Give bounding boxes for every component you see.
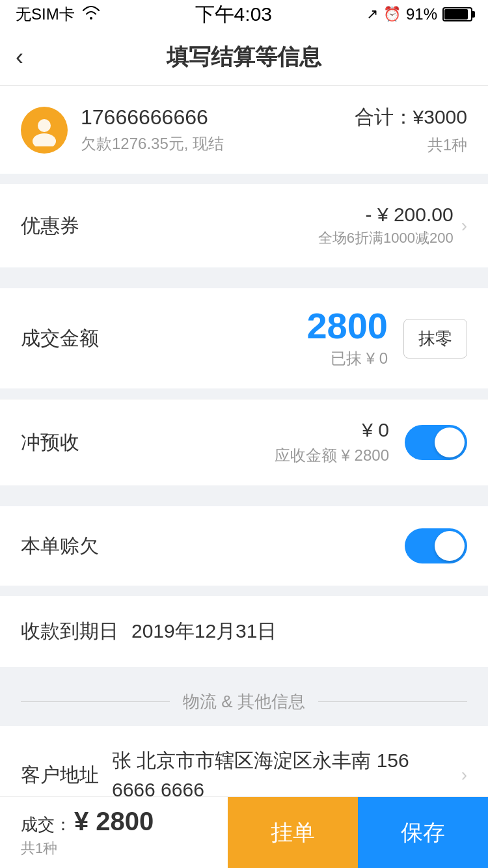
- section-separator-2: [0, 496, 488, 506]
- deal-amount-label: 成交金额: [21, 325, 99, 352]
- round-zero-button[interactable]: 抹零: [403, 319, 467, 359]
- status-bar: 无SIM卡 下午4:03 ↗ ⏰ 91%: [0, 0, 488, 29]
- customer-details: 17666666666 欠款1276.35元, 现结: [81, 105, 224, 154]
- bottom-summary: 成交： ¥ 2800 共1种: [0, 807, 228, 858]
- logistics-divider: 物流 & 其他信息: [0, 677, 488, 726]
- address-chevron-icon: ›: [461, 765, 467, 785]
- customer-total: 合计：¥3000 共1种: [355, 104, 467, 156]
- coupon-info: - ¥ 200.00 全场6折满1000减200: [318, 204, 454, 248]
- due-date-row: 收款到期日 2019年12月31日: [0, 596, 488, 667]
- due-date-value: 2019年12月31日: [131, 618, 277, 645]
- deal-amount-value: 2800: [306, 308, 388, 344]
- customer-sub-info: 欠款1276.35元, 现结: [81, 133, 224, 154]
- logistics-label: 物流 & 其他信息: [183, 690, 305, 713]
- debt-toggle-knob: [435, 531, 465, 561]
- chevron-right-icon: ›: [461, 215, 467, 236]
- hang-order-button[interactable]: 挂单: [228, 797, 358, 869]
- prepay-amount-wrap: ¥ 0 应收金额 ¥ 2800: [275, 419, 389, 466]
- avatar: [21, 107, 68, 154]
- prepay-toggle[interactable]: [405, 425, 467, 460]
- total-count: 共1种: [355, 135, 467, 156]
- deal-right: 2800 已抹 ¥ 0 抹零: [306, 308, 467, 369]
- customer-phone: 17666666666: [81, 105, 224, 129]
- coupon-right: - ¥ 200.00 全场6折满1000减200 ›: [318, 204, 467, 248]
- prepay-row: 冲预收 ¥ 0 应收金额 ¥ 2800: [0, 399, 488, 485]
- coupon-desc: 全场6折满1000减200: [318, 228, 454, 248]
- wifi-icon: [81, 5, 101, 23]
- save-button[interactable]: 保存: [358, 797, 488, 869]
- deal-deducted: 已抹 ¥ 0: [306, 348, 388, 369]
- content-area: 17666666666 欠款1276.35元, 现结 合计：¥3000 共1种 …: [0, 86, 488, 868]
- bottom-bar: 成交： ¥ 2800 共1种 挂单 保存: [0, 796, 488, 868]
- prepay-amount: ¥ 0: [275, 419, 389, 441]
- address-content: 张 北京市市辖区海淀区永丰南 156 6666 6666: [99, 746, 461, 804]
- battery-percent: 91%: [406, 5, 437, 23]
- section-separator-1: [0, 278, 488, 288]
- divider-line-left: [21, 701, 170, 702]
- alarm-icon: ⏰: [383, 6, 401, 23]
- svg-point-1: [33, 133, 56, 146]
- page-title: 填写结算等信息: [167, 42, 321, 72]
- address-label: 客户地址: [21, 762, 99, 789]
- prepay-label: 冲预收: [21, 429, 79, 456]
- coupon-discount: - ¥ 200.00: [318, 204, 454, 226]
- bottom-deal-label: 成交：: [21, 813, 72, 836]
- coupon-label: 优惠券: [21, 213, 79, 239]
- svg-point-0: [38, 119, 51, 132]
- debt-label: 本单赊欠: [21, 533, 99, 560]
- nav-bar: ‹ 填写结算等信息: [0, 29, 488, 86]
- location-icon: ↗: [366, 6, 378, 23]
- debt-toggle[interactable]: [405, 528, 467, 563]
- toggle-knob: [435, 427, 465, 457]
- total-amount: 合计：¥3000: [355, 104, 467, 131]
- status-time: 下午4:03: [195, 1, 272, 28]
- prepay-receivable: 应收金额 ¥ 2800: [275, 445, 389, 466]
- customer-left: 17666666666 欠款1276.35元, 现结: [21, 105, 224, 154]
- deal-amount-wrap: 2800 已抹 ¥ 0: [306, 308, 388, 369]
- status-carrier-wifi: 无SIM卡: [16, 4, 101, 25]
- battery-icon: [442, 7, 472, 21]
- bottom-count: 共1种: [21, 839, 207, 858]
- deal-amount-row: 成交金额 2800 已抹 ¥ 0 抹零: [0, 288, 488, 388]
- coupon-row[interactable]: 优惠券 - ¥ 200.00 全场6折满1000减200 ›: [0, 184, 488, 267]
- divider-line-right: [318, 701, 467, 702]
- back-button[interactable]: ‹: [16, 44, 23, 71]
- bottom-deal-row: 成交： ¥ 2800: [21, 807, 207, 836]
- debt-row: 本单赊欠: [0, 506, 488, 586]
- prepay-right: ¥ 0 应收金额 ¥ 2800: [275, 419, 467, 466]
- customer-info-card: 17666666666 欠款1276.35元, 现结 合计：¥3000 共1种: [0, 86, 488, 174]
- status-right-icons: ↗ ⏰ 91%: [366, 5, 472, 23]
- carrier-text: 无SIM卡: [16, 4, 75, 25]
- due-date-label: 收款到期日: [21, 618, 118, 645]
- bottom-deal-amount: ¥ 2800: [74, 807, 154, 836]
